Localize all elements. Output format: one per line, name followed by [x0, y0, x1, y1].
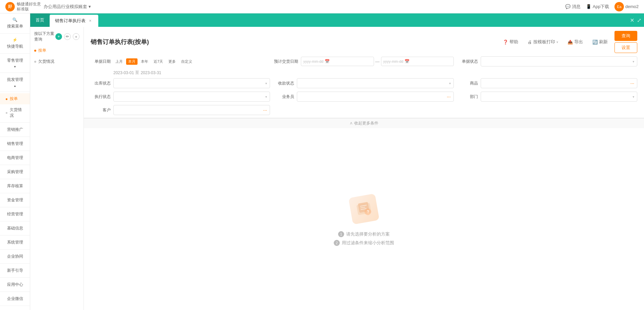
- sidebar-item-finance[interactable]: 资金管理: [0, 193, 30, 207]
- filter-order-status: 单据状态 ▾: [458, 56, 637, 66]
- order-status-select[interactable]: ▾: [481, 56, 637, 66]
- empty-illustration: ?: [354, 199, 374, 219]
- tip-text-2: 用过滤条件来缩小分析范围: [342, 240, 394, 246]
- sidebar-item-quicknav[interactable]: ⚡ 快捷导航: [0, 34, 30, 54]
- salesman-input[interactable]: ···: [297, 92, 453, 102]
- tab-close-window-icon[interactable]: ✕: [630, 17, 634, 23]
- expected-date-end[interactable]: yyyy-mm-dd 📅: [381, 57, 454, 66]
- refresh-icon: 🔄: [592, 40, 598, 45]
- sidebar-item-inventory[interactable]: 库存核算: [0, 179, 30, 193]
- filter-date: 单据日期 上月 本月 本年 近7天 更多 自定义: [91, 58, 270, 65]
- page-actions: ❓ 帮助 🖨 按模板打印 ▾ 📤 导出: [500, 31, 637, 53]
- payment-status-select[interactable]: ▾: [297, 78, 453, 88]
- page-content: 按以下方案查询 + ✏ « 按单 欠货情况: [30, 27, 644, 310]
- sidebar-search-label: 搜索菜单: [7, 23, 23, 29]
- sidebar-item-retail[interactable]: 零售管理 ▾: [0, 54, 30, 73]
- product-dots-icon[interactable]: ···: [630, 81, 634, 86]
- refresh-btn[interactable]: 🔄 刷新: [590, 38, 610, 46]
- message-label: 消息: [572, 4, 581, 10]
- help-btn[interactable]: ❓ 帮助: [500, 38, 521, 46]
- product-input[interactable]: ···: [481, 78, 637, 88]
- sidebar-item-marketing[interactable]: 营销推广: [0, 123, 30, 137]
- logo-text: 畅捷通好生意 标准版: [17, 2, 41, 11]
- message-btn[interactable]: 💬 消息: [565, 4, 581, 10]
- tab-home[interactable]: 首页: [30, 13, 50, 27]
- date-this-year-btn[interactable]: 本年: [139, 58, 150, 65]
- sidebar-item-system[interactable]: 系统管理: [0, 236, 30, 250]
- scheme-item-shortage[interactable]: 欠货情况: [30, 56, 84, 67]
- user-menu[interactable]: Ea demo2: [614, 2, 639, 11]
- ship-status-select[interactable]: ▾: [113, 78, 270, 88]
- exec-status-select[interactable]: ▾: [113, 92, 270, 102]
- scheme-shortage-label: 欠货情况: [38, 59, 54, 64]
- export-btn[interactable]: 📤 导出: [565, 38, 586, 46]
- filter-product: 商品 ···: [458, 78, 637, 88]
- expected-date-start[interactable]: yyyy-mm-dd 📅: [301, 57, 374, 66]
- quicknav-icon: ⚡: [12, 38, 17, 42]
- date-label: 单据日期: [91, 59, 111, 64]
- date-more-btn[interactable]: 更多: [166, 58, 178, 65]
- sidebar-item-collab[interactable]: 企业协同: [0, 250, 30, 264]
- chevron-up-icon: ▴: [14, 84, 16, 88]
- query-button[interactable]: 查询: [614, 31, 637, 41]
- sidebar-marketing-label: 营销推广: [7, 127, 23, 133]
- date-range-end: 2023-03-31: [141, 70, 161, 75]
- date-recent7-btn[interactable]: 近7天: [152, 58, 165, 65]
- sidebar-item-operations[interactable]: 经营管理: [0, 207, 30, 221]
- content-area: 首页 销售订单执行表 × ✕ ⤢ 按以下方案查询 +: [30, 13, 644, 310]
- salesman-dots-icon[interactable]: ···: [447, 94, 451, 99]
- sidebar-item-guide[interactable]: 新手引导: [0, 264, 30, 278]
- expected-date-start-placeholder: yyyy-mm-dd: [303, 59, 323, 63]
- scheme-active-dot: [34, 50, 36, 52]
- calendar-end-icon: 📅: [405, 59, 410, 64]
- customer-input[interactable]: ···: [113, 105, 270, 115]
- sidebar-item-ecommerce[interactable]: 电商管理: [0, 151, 30, 165]
- sidebar-item-basic[interactable]: 基础信息: [0, 221, 30, 236]
- sidebar-item-wechat[interactable]: 企业微信: [0, 292, 30, 306]
- scheme-panel-icons: + ✏ «: [55, 33, 79, 40]
- scheme-edit-btn[interactable]: ✏: [64, 33, 71, 40]
- sidebar-finance-label: 资金管理: [7, 197, 23, 203]
- avatar: Ea: [614, 2, 624, 11]
- collapse-label: 收起更多条件: [354, 121, 378, 125]
- breadcrumb-select[interactable]: 办公用品行业模拟账套 ▾: [44, 4, 91, 10]
- app-download-btn[interactable]: 📱 App下载: [586, 4, 609, 10]
- tab-close-icon[interactable]: ×: [88, 18, 93, 23]
- sidebar-collab-label: 企业协同: [7, 254, 23, 259]
- print-icon: 🖨: [528, 40, 532, 45]
- tab-maximize-icon[interactable]: ⤢: [637, 17, 641, 23]
- customer-dots-icon[interactable]: ···: [263, 107, 267, 113]
- sidebar-item-member[interactable]: 畅会员: [0, 306, 30, 310]
- subnav-item-order[interactable]: ● 按单: [0, 93, 30, 104]
- sidebar-item-appcenter[interactable]: 应用中心: [0, 278, 30, 292]
- app-download-label: App下载: [593, 4, 609, 10]
- scheme-collapse-btn[interactable]: «: [73, 33, 79, 40]
- tab-sales-order[interactable]: 销售订单执行表 ×: [50, 15, 98, 27]
- sidebar-basic-label: 基础信息: [7, 225, 23, 231]
- collapse-bar[interactable]: ∧ 收起更多条件: [84, 118, 644, 128]
- settings-button[interactable]: 设置: [614, 42, 637, 53]
- payment-status-arrow-icon: ▾: [449, 82, 451, 85]
- subnav-item-shortage[interactable]: ● 欠货情况: [0, 104, 30, 121]
- page-title: 销售订单执行表(按单): [91, 38, 149, 46]
- print-btn[interactable]: 🖨 按模板打印 ▾: [525, 38, 561, 46]
- sidebar-item-sales[interactable]: 销售管理: [0, 137, 30, 151]
- export-label: 导出: [574, 39, 583, 45]
- date-this-month-btn[interactable]: 本月: [126, 58, 138, 65]
- sidebar-item-wholesale[interactable]: 批发管理 ▴: [0, 73, 30, 92]
- exec-status-label: 执行状态: [91, 94, 111, 100]
- sidebar-item-purchase[interactable]: 采购管理: [0, 165, 30, 179]
- sidebar-retail-label: 零售管理: [7, 58, 23, 63]
- dept-select[interactable]: ▾: [481, 92, 637, 102]
- search-icon: 🔍: [12, 17, 17, 22]
- sidebar-item-search[interactable]: 🔍 搜索菜单: [0, 13, 30, 34]
- date-prev-month-btn[interactable]: 上月: [113, 58, 125, 65]
- calendar-icon: 📅: [325, 59, 330, 64]
- breadcrumb-arrow-icon: ▾: [89, 4, 91, 9]
- filter-ship-status: 出库状态 ▾: [91, 78, 270, 88]
- date-custom-btn[interactable]: 自定义: [179, 58, 194, 65]
- scheme-item-order[interactable]: 按单: [30, 45, 84, 56]
- filter-exec-status: 执行状态 ▾: [91, 92, 270, 102]
- scheme-add-btn[interactable]: +: [55, 33, 62, 40]
- order-status-arrow-icon: ▾: [633, 60, 634, 63]
